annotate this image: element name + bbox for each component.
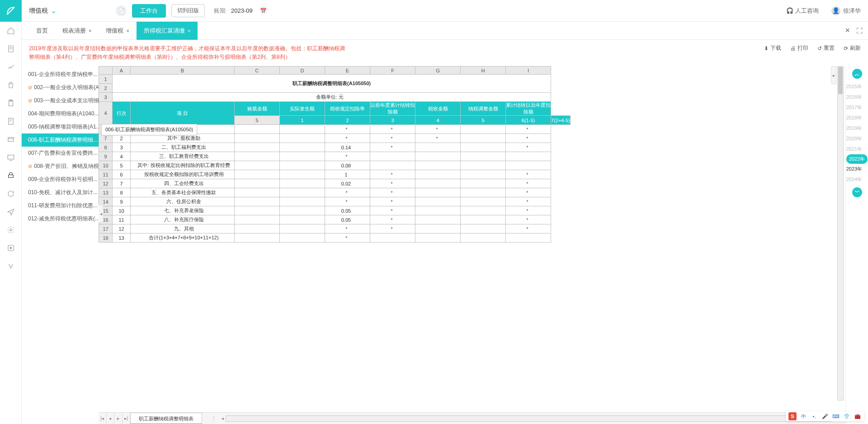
sheet-cell[interactable] <box>280 134 325 143</box>
sheet-cell[interactable]: * <box>325 134 370 143</box>
sheet-cell[interactable]: * <box>506 134 551 143</box>
sheet-cell[interactable]: 8 <box>113 188 131 197</box>
sheet-cell[interactable]: * <box>370 179 415 188</box>
sheet-header-cell[interactable]: C <box>235 67 280 75</box>
nav-template-icon[interactable] <box>0 130 22 148</box>
sheet-header-cell[interactable]: 3 <box>99 93 113 102</box>
collapse-sidebar-handle[interactable]: ◂ <box>99 205 104 223</box>
reset-button[interactable]: ↺重置 <box>817 44 835 52</box>
sheet-cell[interactable]: 11 <box>113 215 131 224</box>
sheet-cell[interactable]: 账载金额 <box>235 102 280 116</box>
sheet-cell[interactable] <box>461 152 506 161</box>
sheet-cell[interactable]: 职工薪酬纳税调整明细表(A105050) <box>113 75 551 93</box>
sheet-cell[interactable]: 合计(1+3+4+7+8+9+10+11+12) <box>131 233 235 243</box>
sheet-cell[interactable]: 7(2+4-5) <box>551 116 571 125</box>
sheet-cell[interactable]: * <box>370 143 415 152</box>
sheet-cell[interactable]: * <box>370 197 415 206</box>
user-menu[interactable]: 👤 徐泽华 <box>831 6 861 15</box>
sheet-cell[interactable] <box>461 206 506 215</box>
form-list-item[interactable]: 004-期间费用明细表(A1040... <box>22 107 99 120</box>
sheet-cell[interactable]: * <box>506 188 551 197</box>
old-version-button[interactable]: 切到旧版 <box>171 4 205 17</box>
nav-refresh-icon[interactable] <box>0 185 22 203</box>
sheet-cell[interactable]: 3 <box>370 116 415 125</box>
sheet-cell[interactable] <box>235 161 280 170</box>
year-item[interactable]: 2021年 <box>846 144 868 154</box>
sheet-cell[interactable]: 9 <box>113 197 131 206</box>
sheet-cell[interactable]: * <box>370 170 415 179</box>
sheet-cell[interactable]: 12 <box>113 224 131 233</box>
sheet-cell[interactable] <box>235 233 280 243</box>
sheet-cell[interactable] <box>415 170 461 179</box>
sheet-cell[interactable]: 七、补充养老保险 <box>131 206 235 215</box>
sheet-cell[interactable]: * <box>370 224 415 233</box>
sheet-nav-prev-icon[interactable]: ◂ <box>107 413 115 424</box>
sheet-cell[interactable]: * <box>415 134 461 143</box>
ime-keyboard-icon[interactable]: ⌨ <box>832 412 840 420</box>
sheet-cell[interactable]: * <box>506 143 551 152</box>
sheet-header-cell[interactable]: 1 <box>99 75 113 84</box>
form-list-item[interactable]: ⊘003-一般企业成本支出明细... <box>22 94 99 107</box>
sheet-cell[interactable]: * <box>325 152 370 161</box>
sheet-cell[interactable] <box>235 170 280 179</box>
year-item[interactable]: 2020年 <box>846 133 868 144</box>
sheet-cell[interactable] <box>235 188 280 197</box>
sheet-cell[interactable] <box>280 224 325 233</box>
sheet-nav-first-icon[interactable]: |◂ <box>99 413 107 424</box>
year-item[interactable]: 2018年 <box>846 113 868 123</box>
ime-logo-icon[interactable]: S <box>788 412 797 420</box>
logo[interactable] <box>0 0 22 22</box>
ime-punct-icon[interactable]: •, <box>810 412 818 420</box>
tab-close-icon[interactable]: × <box>188 28 190 33</box>
sheet-cell[interactable] <box>506 161 551 170</box>
sheet-cell[interactable]: 5 <box>113 161 131 170</box>
sheet-cell[interactable]: 项 目 <box>131 102 235 125</box>
sheet-cell[interactable] <box>415 233 461 243</box>
refresh-button[interactable]: ⟳刷新 <box>844 44 861 52</box>
sheet-cell[interactable] <box>280 215 325 224</box>
sheet-cell[interactable]: 二、职工福利费支出 <box>131 143 235 152</box>
period-value[interactable]: 2023-09 <box>231 7 253 14</box>
sheet-cell[interactable]: 5 <box>461 116 506 125</box>
download-button[interactable]: ⬇下载 <box>764 44 781 52</box>
tax-type-dropdown[interactable]: 增值税 ⌄ <box>29 6 110 15</box>
sheet-header-cell[interactable]: A <box>113 67 131 75</box>
sheet-cell[interactable] <box>235 125 280 134</box>
form-list-item[interactable]: 006-职工薪酬纳税调整明细... <box>22 133 99 147</box>
nav-chart-icon[interactable] <box>0 58 22 76</box>
year-item[interactable]: 2015年 <box>846 81 868 92</box>
sheet-cell[interactable]: * <box>415 125 461 134</box>
year-scroll-up-icon[interactable]: ︽ <box>852 69 862 79</box>
sheet-cell[interactable]: * <box>506 170 551 179</box>
sheet-cell[interactable] <box>461 179 506 188</box>
sheet-cell[interactable]: 按税收规定全额扣除的职工培训费用 <box>131 170 235 179</box>
tab-1[interactable]: 税表清册× <box>55 22 99 40</box>
sheet-header-cell[interactable]: 4 <box>99 102 113 125</box>
tab-close-icon[interactable]: × <box>126 28 129 33</box>
sheet-cell[interactable] <box>280 125 325 134</box>
sheet-cell[interactable]: 六、住房公积金 <box>131 197 235 206</box>
ime-toolbox-icon[interactable]: 🧰 <box>854 412 862 420</box>
sheet-cell[interactable] <box>461 215 506 224</box>
sheet-cell[interactable]: * <box>506 215 551 224</box>
sheet-cell[interactable]: * <box>325 224 370 233</box>
year-item[interactable]: 2016年 <box>846 92 868 102</box>
sheet-cell[interactable] <box>280 233 325 243</box>
sheet-cell[interactable] <box>506 233 551 243</box>
sheet-cell[interactable]: 累计结转以后年度扣除额 <box>506 102 551 116</box>
sheet-cell[interactable] <box>235 197 280 206</box>
sheet-header-cell[interactable]: 18 <box>99 233 113 243</box>
sheet-cell[interactable]: 八、补充医疗保险 <box>131 215 235 224</box>
sheet-cell[interactable]: 3 <box>113 143 131 152</box>
sheet-cell[interactable] <box>235 152 280 161</box>
sheet-cell[interactable]: * <box>325 125 370 134</box>
sheet-cell[interactable] <box>461 233 506 243</box>
sheet-nav-last-icon[interactable]: ▸| <box>123 413 131 424</box>
vertical-scrollbar[interactable] <box>837 66 844 400</box>
sheet-cell[interactable]: 0.02 <box>325 179 370 188</box>
tab-2[interactable]: 增值税× <box>99 22 136 40</box>
nav-home-icon[interactable] <box>0 22 22 40</box>
doc-circle-icon[interactable]: 📄 <box>116 5 127 16</box>
form-list-item[interactable]: 012-减免所得税优惠明细表(... <box>22 212 99 225</box>
sheet-cell[interactable] <box>235 215 280 224</box>
